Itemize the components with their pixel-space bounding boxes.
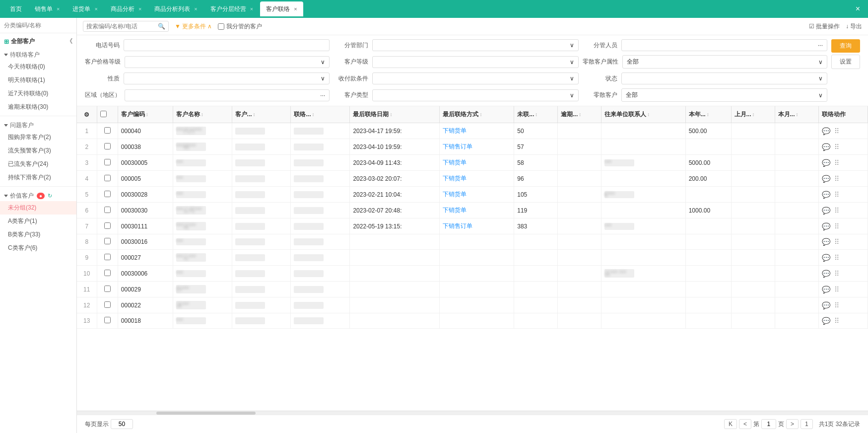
col-name[interactable]: 客户名称↕ xyxy=(173,106,232,123)
my-customers-check[interactable] xyxy=(218,23,224,30)
sidebar-item-unclassified[interactable]: 未分组(32) xyxy=(0,201,76,215)
sidebar-item-abnormal[interactable]: 囤购异常客户(2) xyxy=(0,131,76,144)
tab-sales[interactable]: 销售单 × xyxy=(29,1,66,16)
row-checkbox[interactable] xyxy=(104,286,111,292)
more-icon[interactable]: ⠿ xyxy=(834,222,839,230)
row-last-method[interactable]: 下销货单 xyxy=(440,123,514,139)
tab-analysis-list[interactable]: 商品分析列表 × xyxy=(148,1,203,16)
pending-toggle[interactable] xyxy=(4,54,8,56)
row-checkbox-cell[interactable] xyxy=(97,218,118,234)
filter-status-select[interactable]: ∨ xyxy=(621,72,827,84)
tab-analysis-close[interactable]: × xyxy=(138,6,141,12)
more-icon[interactable]: ⠿ xyxy=(834,143,839,151)
sidebar-item-declining[interactable]: 持续下滑客户(2) xyxy=(0,171,76,184)
more-icon[interactable]: ⠿ xyxy=(834,286,839,293)
row-checkbox-cell[interactable] xyxy=(97,266,118,282)
row-last-method[interactable] xyxy=(440,250,514,266)
row-checkbox[interactable] xyxy=(104,222,111,229)
row-last-method[interactable] xyxy=(440,313,514,329)
export-button[interactable]: ↓ 导出 xyxy=(846,22,862,31)
filter-region-select[interactable]: ··· xyxy=(125,89,330,101)
search-icon[interactable]: 🔍 xyxy=(158,23,165,30)
all-customers-header[interactable]: ⊞ 全部客户 《 xyxy=(0,33,76,48)
first-page-button[interactable]: K xyxy=(724,419,737,429)
sidebar-item-lost[interactable]: 已流失客户(24) xyxy=(0,157,76,171)
contact-method-link[interactable]: 下销货单 xyxy=(443,127,467,134)
row-checkbox[interactable] xyxy=(104,301,111,308)
filter-nature-select[interactable]: ∨ xyxy=(124,72,330,84)
contact-icon[interactable]: 💬 xyxy=(822,159,830,167)
more-icon[interactable]: ⠿ xyxy=(834,207,839,215)
col-this-month[interactable]: 本月...↕ xyxy=(775,106,818,123)
sidebar-item-today[interactable]: 今天待联络(0) xyxy=(0,60,76,73)
filter-dept-select[interactable]: ∨ xyxy=(372,39,578,51)
filter-retail-attr-select[interactable]: 全部 ∨ xyxy=(622,55,827,69)
filter-phone-input[interactable] xyxy=(124,39,330,51)
row-last-method[interactable] xyxy=(440,266,514,282)
tab-customer-contact-close[interactable]: × xyxy=(294,6,297,12)
row-checkbox[interactable] xyxy=(104,270,111,276)
select-all-checkbox[interactable] xyxy=(100,111,107,117)
sidebar-item-class-b[interactable]: B类客户(33) xyxy=(0,228,76,241)
row-checkbox-cell[interactable] xyxy=(97,234,118,250)
sidebar-item-7days[interactable]: 近7天待联络(0) xyxy=(0,87,76,100)
reset-button[interactable]: 设置 xyxy=(831,55,860,69)
tab-customer-tier-close[interactable]: × xyxy=(250,6,253,12)
tab-sales-close[interactable]: × xyxy=(57,6,60,12)
col-last-method[interactable]: 最后联络方式↕ xyxy=(440,106,514,123)
col-contact[interactable]: 联络...↕ xyxy=(291,106,350,123)
more-icon[interactable]: ⠿ xyxy=(834,254,839,262)
row-checkbox-cell[interactable] xyxy=(97,313,118,329)
scrollbar-thumb[interactable] xyxy=(156,412,256,415)
contact-icon[interactable]: 💬 xyxy=(822,191,830,199)
contact-method-link[interactable]: 下销货单 xyxy=(443,159,467,166)
collapse-icon[interactable]: 《 xyxy=(67,37,72,46)
row-last-method[interactable] xyxy=(440,234,514,250)
row-checkbox-cell[interactable] xyxy=(97,250,118,266)
row-checkbox-cell[interactable] xyxy=(97,187,118,203)
row-checkbox[interactable] xyxy=(104,175,111,181)
row-checkbox-cell[interactable] xyxy=(97,171,118,187)
more-icon[interactable]: ⠿ xyxy=(834,191,839,199)
close-all-button[interactable]: × xyxy=(852,4,864,13)
contact-icon[interactable]: 💬 xyxy=(822,222,830,230)
filter-retail-select[interactable]: 全部 ∨ xyxy=(621,88,827,102)
row-checkbox[interactable] xyxy=(104,254,111,260)
row-last-method[interactable]: 下销货单 xyxy=(440,187,514,203)
row-last-method[interactable] xyxy=(440,297,514,313)
filter-person-select[interactable]: ··· xyxy=(621,39,827,51)
horizontal-scrollbar[interactable] xyxy=(77,411,868,415)
col-year[interactable]: 本年...↕ xyxy=(685,106,731,123)
contact-icon[interactable]: 💬 xyxy=(822,286,830,293)
prev-page-button[interactable]: < xyxy=(739,419,751,429)
more-icon[interactable]: ⠿ xyxy=(834,159,839,167)
col-last-date[interactable]: 最后联络日期↕ xyxy=(350,106,440,123)
col-partner[interactable]: 往来单位联系人↕ xyxy=(601,106,685,123)
per-page-input[interactable] xyxy=(111,419,133,429)
row-checkbox[interactable] xyxy=(104,191,111,197)
contact-icon[interactable]: 💬 xyxy=(822,254,830,262)
last-page-button[interactable]: 1 xyxy=(801,419,813,429)
tab-purchase-close[interactable]: × xyxy=(94,6,97,12)
col-type[interactable]: 客户...↕ xyxy=(232,106,291,123)
contact-method-link[interactable]: 下销售订单 xyxy=(443,143,472,150)
contact-method-link[interactable]: 下销货单 xyxy=(443,175,467,182)
row-checkbox-cell[interactable] xyxy=(97,282,118,297)
row-checkbox[interactable] xyxy=(104,238,111,244)
tab-customer-tier[interactable]: 客户分层经营 × xyxy=(204,1,259,16)
tab-home[interactable]: 首页 xyxy=(4,1,28,16)
sidebar-item-tomorrow[interactable]: 明天待联络(1) xyxy=(0,73,76,87)
problem-toggle[interactable] xyxy=(4,124,8,127)
more-icon[interactable]: ⠿ xyxy=(834,301,839,309)
row-last-method[interactable] xyxy=(440,282,514,297)
more-conditions-button[interactable]: ▼ 更多条件 ∧ xyxy=(175,22,212,31)
sidebar-item-churn-warning[interactable]: 流失预警客户(3) xyxy=(0,144,76,157)
contact-icon[interactable]: 💬 xyxy=(822,238,830,246)
contact-icon[interactable]: 💬 xyxy=(822,270,830,278)
row-last-method[interactable]: 下销售订单 xyxy=(440,218,514,234)
col-code[interactable]: 客户编码↕ xyxy=(118,106,173,123)
more-icon[interactable]: ⠿ xyxy=(834,317,839,325)
contact-method-link[interactable]: 下销货单 xyxy=(443,191,467,198)
tab-purchase[interactable]: 进货单 × xyxy=(67,1,103,16)
contact-icon[interactable]: 💬 xyxy=(822,143,830,151)
